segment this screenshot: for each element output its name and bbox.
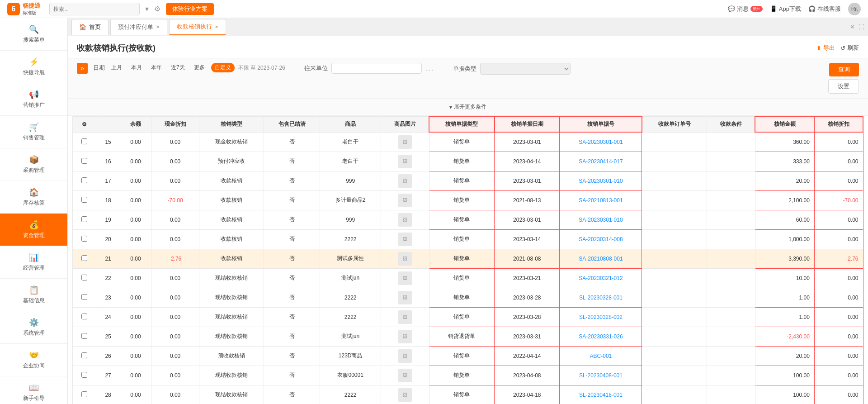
cell-receipt-condition <box>707 346 755 366</box>
online-support-button[interactable]: 🎧 在线客服 <box>808 5 841 13</box>
cell-seq: 18 <box>96 190 120 210</box>
sidebar-item-marketing[interactable]: 📢 营销推广 <box>0 83 67 116</box>
messages-button[interactable]: 💬 消息 99+ <box>728 5 763 13</box>
sidebar-item-purchase[interactable]: 📦 采购管理 <box>0 148 67 181</box>
search-input[interactable] <box>49 3 140 15</box>
sidebar-item-inventory[interactable]: 🏠 库存核算 <box>0 181 67 214</box>
cell-checkbox[interactable] <box>73 190 96 210</box>
cell-checkbox[interactable] <box>73 307 96 327</box>
col-cancel-bill-no: 核销单据号 <box>560 116 642 132</box>
cell-seq: 20 <box>96 229 120 249</box>
cell-cancel-bill-date: 2023-03-28 <box>495 288 560 307</box>
table-row: 25 0.00 0.00 现结收款核销 否 测试jun 🖼 销货退货单 2023… <box>73 327 863 346</box>
cell-checkbox[interactable] <box>73 327 96 346</box>
cell-cash-discount: 0.00 <box>151 171 199 190</box>
trial-button[interactable]: 体验行业方案 <box>166 3 214 15</box>
date-btn-7days[interactable]: 近7天 <box>168 63 188 72</box>
cell-checkbox[interactable] <box>73 152 96 171</box>
date-btn-last-month[interactable]: 上月 <box>108 63 125 72</box>
cell-checkbox[interactable] <box>73 171 96 190</box>
brand-name: 畅捷通 <box>23 2 40 10</box>
col-cancel-amount: 核销金额 <box>755 116 814 132</box>
cell-included: 否 <box>264 346 320 366</box>
cell-cash-discount: 0.00 <box>151 288 199 307</box>
sidebar-item-management[interactable]: 📊 经营管理 <box>0 246 67 279</box>
cell-seq: 28 <box>96 385 120 404</box>
close-all-icon[interactable]: ✕ <box>850 24 855 30</box>
date-btn-this-year[interactable]: 本年 <box>148 63 165 72</box>
app-download-button[interactable]: 📱 App下载 <box>770 5 801 13</box>
sales-icon: 🛒 <box>29 122 39 132</box>
date-btn-more[interactable]: 更多 <box>191 63 208 72</box>
cell-checkbox[interactable] <box>73 229 96 249</box>
col-gear[interactable]: ⚙ <box>73 116 96 132</box>
sidebar-item-basics[interactable]: 📋 基础信息 <box>0 279 67 311</box>
cell-cancel-amount: 3,390.00 <box>755 249 814 268</box>
tab-home[interactable]: 🏠 首页 <box>71 19 108 35</box>
cell-goods: 999 <box>320 210 381 229</box>
maximize-icon[interactable]: ⛶ <box>859 24 864 30</box>
cell-cancel-type: 收款核销 <box>199 171 264 190</box>
cell-checkbox[interactable] <box>73 210 96 229</box>
date-btn-custom[interactable]: 自定义 <box>211 63 235 72</box>
expand-button[interactable]: » <box>77 63 88 74</box>
cell-balance: 0.00 <box>120 132 151 152</box>
cell-checkbox[interactable] <box>73 132 96 152</box>
cell-checkbox[interactable] <box>73 346 96 366</box>
partner-input[interactable] <box>331 63 422 74</box>
cell-receipt-condition <box>707 327 755 346</box>
cell-cancel-type: 现结收款核销 <box>199 366 264 385</box>
receipt-type-select[interactable] <box>480 63 571 75</box>
dropdown-icon[interactable]: ▾ <box>145 5 149 13</box>
cell-goods: 测试jun <box>320 327 381 346</box>
cell-cancel-discount: -2.76 <box>814 249 863 268</box>
cell-checkbox[interactable] <box>73 288 96 307</box>
cell-included: 否 <box>264 268 320 288</box>
tab-prepay[interactable]: 预付冲应付单 ✕ <box>110 19 167 35</box>
sidebar-item-shortcut[interactable]: ⚡ 快捷导航 <box>0 51 67 83</box>
cell-cancel-bill-date: 2023-03-14 <box>495 229 560 249</box>
cell-seq: 25 <box>96 327 120 346</box>
cell-cancel-amount: 20.00 <box>755 346 814 366</box>
cell-balance: 0.00 <box>120 190 151 210</box>
tab-close-cancel[interactable]: ✕ <box>215 24 218 29</box>
cell-cash-discount: 0.00 <box>151 152 199 171</box>
cell-cancel-amount: 360.00 <box>755 132 814 152</box>
user-menu[interactable]: Rit <box>848 3 861 15</box>
tab-close-prepay[interactable]: ✕ <box>156 24 160 29</box>
phone-icon: 📱 <box>770 5 777 12</box>
sidebar-item-guide[interactable]: 📖 新手引导 <box>0 376 67 404</box>
settings-icon[interactable]: ⚙ <box>154 5 160 13</box>
home-icon: 🏠 <box>79 24 86 30</box>
cell-checkbox[interactable] <box>73 366 96 385</box>
avatar: Rit <box>848 3 861 15</box>
settings-button[interactable]: 设置 <box>828 79 859 94</box>
sidebar-item-system[interactable]: ⚙️ 系统管理 <box>0 311 67 344</box>
cell-checkbox[interactable] <box>73 268 96 288</box>
expand-more-button[interactable]: ▾ 展开更多条件 <box>444 101 492 113</box>
refresh-button[interactable]: ↺ 刷新 <box>840 44 859 52</box>
sidebar-item-finance[interactable]: 💰 资金管理 <box>0 214 67 246</box>
cell-cancel-bill-type: 销货退货单 <box>429 327 494 346</box>
col-balance: 余额 <box>120 116 151 132</box>
cell-goods-img: 🖼 <box>381 190 429 210</box>
cell-goods-img: 🖼 <box>381 268 429 288</box>
sidebar-item-sales[interactable]: 🛒 销售管理 <box>0 116 67 148</box>
export-button[interactable]: ⬆ 导出 <box>816 44 835 52</box>
sidebar-item-search[interactable]: 🔍 搜索菜单 <box>0 18 67 51</box>
query-button[interactable]: 查询 <box>829 63 859 76</box>
tab-cancel[interactable]: 收款核销执行 ✕ <box>169 19 226 35</box>
date-btn-this-month[interactable]: 本月 <box>128 63 145 72</box>
cell-checkbox[interactable] <box>73 385 96 404</box>
table-row: 23 0.00 0.00 现结收款核销 否 2222 🖼 销货单 2023-03… <box>73 288 863 307</box>
table-container[interactable]: ⚙ 余额 现金折扣 核销类型 包含已结清 商品 商品图片 核销单据类型 核销单据… <box>68 116 868 404</box>
col-goods-img: 商品图片 <box>381 116 429 132</box>
cell-cancel-type: 收款核销 <box>199 229 264 249</box>
cell-cash-discount: 0.00 <box>151 268 199 288</box>
cell-checkbox[interactable] <box>73 249 96 268</box>
cell-cancel-bill-date: 2023-04-14 <box>495 152 560 171</box>
receipt-type-label: 单据类型 <box>453 65 476 73</box>
sidebar-item-collab[interactable]: 🤝 企业协同 <box>0 344 67 376</box>
cell-receipt-condition <box>707 268 755 288</box>
cell-cancel-discount: 0.00 <box>814 327 863 346</box>
